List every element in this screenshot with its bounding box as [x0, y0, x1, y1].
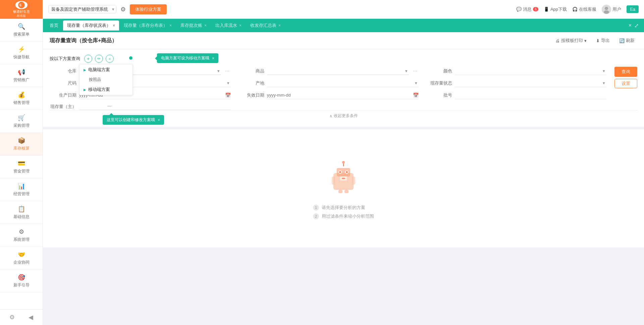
solution-btn[interactable]: 体验行业方案	[130, 4, 167, 14]
mfg-date-calendar-icon[interactable]: 📅	[225, 93, 231, 98]
sidebar-item-sales[interactable]: 💰 销售管理	[0, 87, 43, 110]
message-icon: 💬	[516, 7, 522, 12]
export-btn[interactable]: ⬇ 导出	[593, 36, 612, 45]
svg-rect-12	[342, 178, 345, 179]
collapse-btn[interactable]: ∧ 收起更多条件	[329, 113, 358, 119]
refresh-btn[interactable]: 🔄 刷新	[616, 36, 637, 45]
scheme-panel-desktop[interactable]: ▶ 电脑端方案	[79, 64, 132, 75]
tab-maximize-btn[interactable]: ⤢	[634, 22, 639, 29]
sidebar-item-finance[interactable]: 💳 资金管理	[0, 156, 43, 178]
collapse-sidebar-icon[interactable]: ◀	[29, 314, 33, 321]
reset-btn[interactable]: 设置	[614, 79, 637, 88]
origin-select[interactable]	[267, 79, 419, 87]
filter-top-section: 按以下方案查询 + ✏ « 电脑方案可设为移动方案哦 × ▶	[50, 55, 637, 63]
empty-tip-2-text: 用过滤条件来缩小分析范围	[322, 212, 374, 221]
sidebar-item-purchase[interactable]: 🛒 采购管理	[0, 110, 43, 133]
tab-batch-close[interactable]: ×	[204, 23, 207, 28]
filter-origin: 产地	[237, 79, 419, 87]
filter-stock-status: 现存量状态	[425, 79, 606, 87]
tab-stock-status-close[interactable]: ×	[113, 23, 115, 28]
mfg-date-label: 生产日期	[50, 92, 76, 98]
filter-section: 按以下方案查询 + ✏ « 电脑方案可设为移动方案哦 × ▶	[43, 49, 644, 127]
filter-batch: 批号	[425, 91, 606, 99]
message-label: 消息	[523, 6, 532, 12]
message-btn[interactable]: 💬 消息 6	[516, 6, 538, 12]
basic-info-icon: 📋	[18, 205, 25, 213]
tab-stock-status[interactable]: 现存量（库存状况表） ×	[63, 20, 119, 31]
settings-icon[interactable]: ⚙	[9, 314, 15, 321]
scheme-edit-tooltip-text: 这里可以创建和修改方案哦	[107, 117, 155, 123]
goods-label: 商品	[237, 68, 264, 74]
sidebar-item-basic-info[interactable]: 📋 基础信息	[0, 201, 43, 224]
scheme-mobile-label: 移动端方案	[88, 87, 110, 93]
tab-summary-close[interactable]: ×	[278, 23, 281, 28]
origin-select-wrap[interactable]	[267, 79, 419, 87]
scheme-desktop-label: 电脑端方案	[88, 67, 110, 73]
ea-badge: Ea	[627, 5, 639, 13]
scheme-panel-mobile[interactable]: ▶ 移动端方案	[79, 84, 132, 95]
collapse-label: 收起更多条件	[334, 113, 358, 119]
sidebar-item-operations[interactable]: 📊 经营管理	[0, 178, 43, 201]
app-download-btn[interactable]: 📱 App下载	[544, 6, 567, 12]
warehouse-more-btn[interactable]: ···	[224, 68, 231, 74]
collapse-icon: ∧	[329, 114, 332, 118]
sidebar-item-system[interactable]: ⚙ 系统管理	[0, 224, 43, 247]
stock-range-min[interactable]	[79, 103, 106, 108]
online-service-btn[interactable]: 🎧 在线客服	[572, 6, 596, 12]
svg-rect-16	[344, 190, 348, 193]
scheme-panel: ▶ 电脑端方案 按照品 ▶ 移动端方案	[79, 64, 133, 95]
finance-icon: 💳	[18, 160, 25, 167]
add-scheme-btn[interactable]: +	[84, 55, 92, 63]
exp-date-input[interactable]	[267, 91, 419, 99]
svg-rect-13	[332, 176, 335, 185]
stock-status-select-wrap[interactable]	[455, 79, 606, 87]
goods-more-btn[interactable]: ···	[412, 68, 419, 74]
color-select-wrap[interactable]	[455, 67, 606, 75]
tab-close-all-btn[interactable]: ×	[629, 22, 632, 29]
scheme-desktop-item[interactable]: 按照品	[79, 75, 132, 84]
sidebar-item-inventory[interactable]: 📦 库存核算	[0, 133, 43, 156]
operations-icon: 📊	[18, 182, 25, 190]
filter-fields: 仓库 ··· 商品 ···	[50, 67, 606, 110]
settings-gear-icon[interactable]: ⚙	[120, 6, 126, 13]
sidebar-item-operations-label: 经营管理	[13, 191, 30, 197]
topbar-right: 💬 消息 6 📱 App下载 🎧 在线客服 用户 Ea	[516, 5, 639, 14]
app-download-label: App下载	[550, 6, 567, 12]
query-btn[interactable]: 查询	[614, 67, 637, 77]
edit-scheme-btn[interactable]: ✏	[95, 55, 103, 63]
empty-illustration	[323, 156, 364, 197]
stock-status-select[interactable]	[455, 79, 606, 87]
sidebar-item-search-label: 搜索菜单	[13, 32, 30, 37]
goods-select-wrap	[267, 67, 409, 75]
user-info[interactable]: 用户	[602, 5, 621, 14]
tab-stock-dist-close[interactable]: ×	[169, 23, 172, 28]
stock-status-label: 现存量状态	[425, 80, 452, 86]
sidebar-item-marketing[interactable]: 📢 营销推广	[0, 64, 43, 87]
system-select[interactable]: 装备及固定资产辅助管理系统	[48, 5, 116, 13]
sidebar-item-collab[interactable]: 🤝 企业协同	[0, 247, 43, 270]
tabs-bar: 首页 现存量（库存状况表） × 现存量（库存分布表） × 库存批次账 × 出入库…	[43, 19, 644, 32]
sidebar-item-quicknav-label: 快捷导航	[13, 54, 30, 60]
tab-batch[interactable]: 库存批次账 ×	[176, 20, 211, 31]
scheme-tooltip-close[interactable]: ×	[212, 56, 214, 61]
tab-flow[interactable]: 出入库流水 ×	[211, 20, 246, 31]
tab-summary[interactable]: 收发存汇总表 ×	[246, 20, 285, 31]
sidebar-item-quicknav[interactable]: ⚡ 快捷导航	[0, 42, 43, 64]
exp-date-calendar-icon[interactable]: 📅	[413, 93, 419, 98]
print-btn[interactable]: 🖨 按模板打印 ▾	[553, 36, 589, 45]
tab-stock-dist[interactable]: 现存量（库存分布表） ×	[120, 20, 176, 31]
tab-home[interactable]: 首页	[46, 20, 62, 31]
prev-scheme-btn[interactable]: «	[106, 55, 114, 63]
sidebar-item-guide[interactable]: 🎯 新手引导	[0, 270, 43, 292]
sidebar-item-collab-label: 企业协同	[13, 260, 30, 265]
sidebar-item-search[interactable]: 🔍 搜索菜单	[0, 19, 43, 42]
tab-batch-label: 库存批次账	[180, 22, 202, 29]
scheme-edit-tooltip-close[interactable]: ×	[158, 118, 160, 122]
tab-flow-close[interactable]: ×	[239, 23, 241, 28]
stock-range-max[interactable]	[113, 103, 140, 108]
color-select[interactable]	[455, 67, 606, 75]
batch-input[interactable]	[455, 91, 606, 99]
goods-input[interactable]	[267, 67, 409, 75]
system-select-wrap[interactable]: 装备及固定资产辅助管理系统	[48, 5, 116, 13]
sidebar: 6 畅通好生意 标准版 🔍 搜索菜单 ⚡ 快捷导航 📢 营销推广 💰 销售管理 …	[0, 0, 43, 325]
